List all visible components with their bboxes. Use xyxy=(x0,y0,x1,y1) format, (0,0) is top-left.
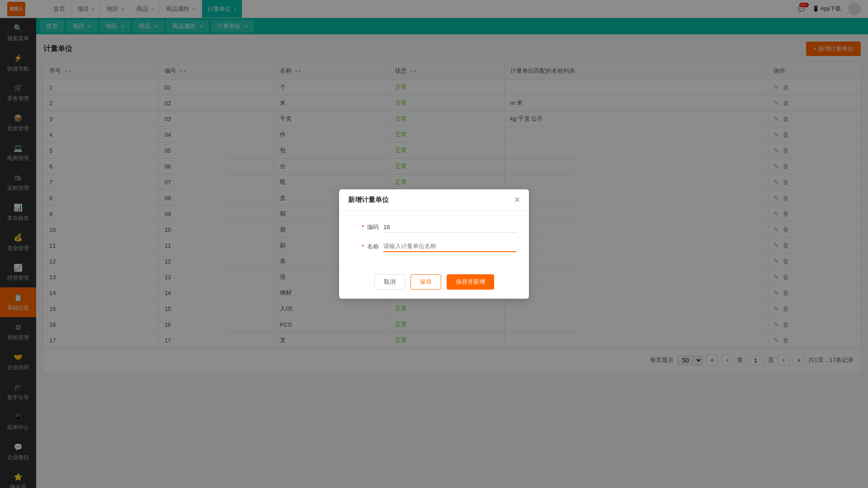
name-label: * 名称 xyxy=(352,243,379,251)
save-and-new-button[interactable]: 保存并新增 xyxy=(447,274,494,290)
form-row-code: * 编码 xyxy=(352,222,516,233)
modal-title: 新增计量单位 xyxy=(348,196,389,204)
cancel-button[interactable]: 取消 xyxy=(374,274,405,290)
code-label: * 编码 xyxy=(352,223,379,231)
name-required-mark: * xyxy=(362,243,364,250)
save-button[interactable]: 保存 xyxy=(410,274,441,290)
modal-header: 新增计量单位 ✕ xyxy=(339,189,529,211)
modal-overlay: 新增计量单位 ✕ * 编码 * 名称 取消 保存 保存并新增 xyxy=(0,0,868,488)
modal-footer: 取消 保存 保存并新增 xyxy=(339,267,529,299)
modal-body: * 编码 * 名称 xyxy=(339,211,529,267)
form-row-name: * 名称 xyxy=(352,241,516,252)
code-input[interactable] xyxy=(383,222,516,233)
add-unit-modal: 新增计量单位 ✕ * 编码 * 名称 取消 保存 保存并新增 xyxy=(339,189,529,299)
code-required-mark: * xyxy=(362,224,364,230)
modal-close-button[interactable]: ✕ xyxy=(514,197,520,204)
name-input[interactable] xyxy=(383,241,516,252)
